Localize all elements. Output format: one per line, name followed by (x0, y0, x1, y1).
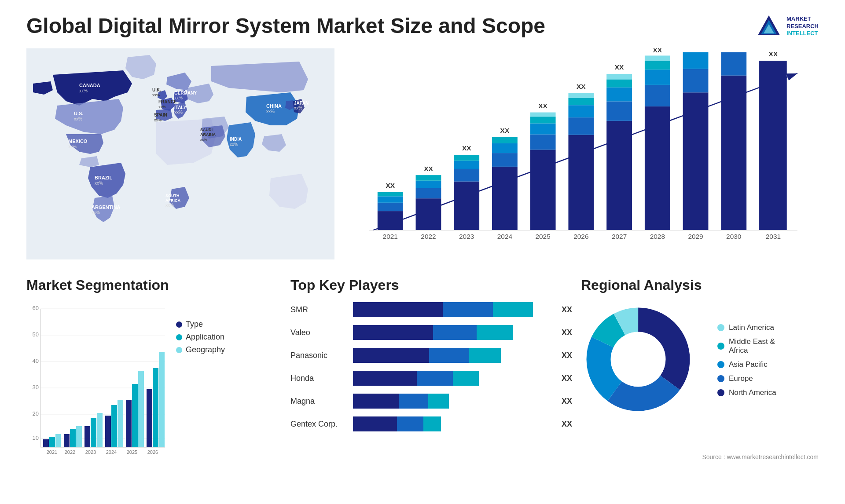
svg-text:2023: 2023 (459, 233, 474, 240)
spain-label: SPAIN (154, 113, 167, 117)
panasonic-bar (353, 348, 553, 363)
svg-text:2022: 2022 (421, 233, 436, 240)
brazil-label: BRAZIL (95, 175, 113, 180)
svg-rect-69 (645, 85, 670, 106)
svg-text:XX: XX (615, 63, 624, 71)
svg-rect-47 (530, 150, 556, 230)
svg-rect-75 (683, 92, 709, 230)
regional-europe: Europe (717, 374, 776, 383)
svg-rect-118 (126, 400, 132, 447)
svg-text:xx%: xx% (74, 117, 82, 121)
player-magna: Magna XX (290, 394, 572, 409)
svg-text:XX: XX (462, 144, 471, 152)
svg-rect-106 (64, 434, 70, 447)
svg-rect-114 (105, 416, 111, 447)
svg-text:XX: XX (538, 102, 547, 110)
svg-rect-115 (111, 405, 117, 447)
svg-rect-68 (645, 106, 670, 230)
bottom-section: Market Segmentation 60 50 40 30 20 10 (26, 277, 819, 504)
svg-text:2027: 2027 (612, 233, 627, 240)
asia-pacific-dot (717, 361, 724, 368)
svg-rect-32 (416, 175, 441, 181)
svg-rect-80 (721, 76, 746, 230)
page-container: Global Digital Mirror System Market Size… (0, 0, 845, 504)
players-list: SMR XX Valeo (290, 302, 572, 431)
segmentation-title: Market Segmentation (26, 277, 282, 293)
svg-text:2023: 2023 (85, 449, 96, 455)
svg-text:xx%: xx% (92, 210, 100, 215)
svg-rect-57 (568, 98, 594, 105)
svg-rect-37 (454, 161, 479, 169)
svg-rect-70 (645, 69, 670, 85)
svg-rect-108 (76, 426, 82, 447)
italy-label: ITALY (174, 105, 187, 110)
canada-label: CANADA (79, 83, 100, 88)
svg-text:AFRICA: AFRICA (165, 198, 180, 203)
svg-text:xx%: xx% (174, 95, 183, 100)
mea-dot (717, 343, 724, 350)
player-smr: SMR XX (290, 302, 572, 317)
regional-asia-pacific: Asia Pacific (717, 360, 776, 369)
svg-text:xx%: xx% (158, 105, 166, 109)
svg-text:ARABIA: ARABIA (200, 132, 216, 137)
china-label: CHINA (266, 103, 282, 109)
svg-rect-49 (530, 124, 556, 135)
svg-rect-120 (138, 371, 144, 447)
svg-rect-43 (492, 143, 518, 153)
svg-rect-44 (492, 137, 518, 143)
svg-rect-56 (568, 105, 594, 117)
svg-text:XX: XX (386, 182, 395, 189)
legend-application: Application (176, 332, 225, 342)
svg-rect-38 (454, 155, 479, 161)
svg-rect-71 (645, 61, 670, 69)
svg-text:2030: 2030 (726, 233, 741, 240)
svg-text:2025: 2025 (127, 449, 137, 455)
svg-rect-24 (378, 203, 403, 211)
svg-rect-77 (683, 52, 709, 69)
regional-chart: Latin America Middle East &Africa Asia P… (581, 302, 819, 418)
svg-text:xx%: xx% (154, 118, 162, 122)
svg-text:50: 50 (33, 331, 39, 338)
svg-rect-35 (454, 182, 479, 230)
svg-text:xx%: xx% (79, 88, 88, 93)
regional-section: Regional Analysis (572, 277, 819, 504)
svg-rect-81 (721, 52, 746, 76)
svg-text:XX: XX (500, 127, 510, 134)
germany-label: GERMANY (174, 91, 197, 95)
world-map-svg: CANADA xx% U.S. xx% MEXICO xx% BRAZIL xx… (26, 48, 334, 259)
svg-text:2028: 2028 (650, 233, 665, 240)
svg-text:2022: 2022 (65, 449, 75, 455)
bar-chart-section: XX 2021 XX 2022 XX 2023 (352, 48, 819, 259)
svg-rect-51 (530, 113, 556, 117)
svg-rect-30 (416, 188, 441, 198)
svg-text:xx%: xx% (294, 106, 302, 110)
southafrica-label: SOUTH (165, 194, 180, 198)
svg-rect-122 (147, 389, 152, 447)
svg-rect-116 (118, 400, 123, 447)
svg-rect-104 (55, 434, 61, 447)
svg-text:2029: 2029 (688, 233, 703, 240)
svg-text:20: 20 (33, 410, 39, 417)
segmentation-chart: 60 50 40 30 20 10 (26, 302, 167, 456)
logo-text: MARKET RESEARCH INTELLECT (786, 15, 819, 38)
players-title: Top Key Players (290, 277, 572, 293)
india-label: INDIA (230, 137, 242, 142)
svg-rect-58 (568, 93, 594, 98)
svg-rect-54 (568, 135, 594, 230)
player-gentex: Gentex Corp. XX (290, 416, 572, 431)
svg-rect-72 (645, 55, 670, 61)
svg-text:xx%: xx% (200, 138, 207, 142)
svg-rect-55 (568, 117, 594, 135)
magna-bar (353, 394, 553, 409)
svg-rect-31 (416, 181, 441, 188)
svg-text:2021: 2021 (383, 233, 398, 240)
regional-legend: Latin America Middle East &Africa Asia P… (717, 323, 776, 397)
segmentation-legend: Type Application Geography (176, 320, 225, 354)
gentex-bar (353, 416, 553, 431)
svg-rect-41 (492, 167, 518, 230)
donut-chart (581, 302, 704, 418)
map-section: CANADA xx% U.S. xx% MEXICO xx% BRAZIL xx… (26, 48, 334, 259)
svg-text:30: 30 (33, 384, 39, 391)
svg-rect-112 (97, 413, 103, 447)
uk-label: U.K. (152, 88, 161, 92)
